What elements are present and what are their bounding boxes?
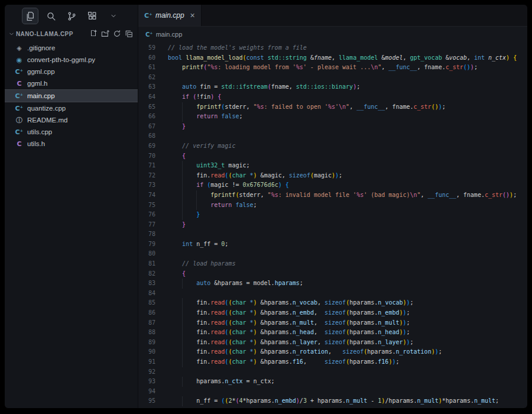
code-token: { <box>182 153 186 159</box>
file-item[interactable]: ◉convert-pth-to-ggml.py <box>5 54 138 66</box>
code-token: // load hparams <box>182 260 235 267</box>
indent-guide <box>182 180 183 190</box>
code-line[interactable]: 62 <box>138 73 527 83</box>
code-token: , <box>314 329 325 335</box>
activity-search-button[interactable] <box>44 8 59 24</box>
code-token: , <box>349 104 356 110</box>
code-token: int <box>474 54 485 61</box>
code-token: { <box>286 182 289 188</box>
code-line[interactable]: 86 fin.read((char *) &hparams.n_embd, si… <box>138 308 527 318</box>
activity-extensions-button[interactable] <box>85 8 100 24</box>
collapse-all-icon[interactable] <box>125 30 133 38</box>
code-line[interactable]: 77 } <box>138 220 527 230</box>
code-line[interactable]: 63 auto fin = std::ifstream(fname, std::… <box>138 82 527 92</box>
code-line[interactable]: 69 // verify magic <box>138 141 527 151</box>
code-token: ; <box>407 309 410 316</box>
code-token: ; <box>339 172 342 179</box>
code-token: } <box>196 211 200 218</box>
code-line[interactable]: 67 } <box>138 122 527 132</box>
code-line[interactable]: 71 uint32_t magic; <box>138 161 527 171</box>
code-line[interactable]: 76 } <box>138 210 527 220</box>
indent-guide <box>196 190 197 200</box>
code-token <box>168 260 182 267</box>
code-token: () <box>463 64 471 70</box>
code-line[interactable]: 61 printf("%s: loading model from '%s' -… <box>138 63 527 73</box>
indent-guide <box>182 308 183 318</box>
breadcrumb[interactable]: C⁺ main.cpp <box>138 27 527 42</box>
file-item[interactable]: C⁺main.cpp <box>5 89 138 102</box>
code-text: } <box>168 220 186 230</box>
code-line[interactable]: 78 <box>138 229 527 240</box>
indent-guide <box>182 338 183 348</box>
code-line[interactable]: 96 <box>138 406 527 408</box>
code-line[interactable]: 81 // load hparams <box>138 259 527 269</box>
code-line[interactable]: 72 fin.read((char *) &magic, sizeof(magi… <box>138 171 527 181</box>
code-line[interactable]: 91 fin.read((char *) &hparams.f16, sizeo… <box>138 357 527 367</box>
activity-source-control-button[interactable] <box>64 8 80 24</box>
new-folder-icon[interactable] <box>101 30 109 38</box>
file-label: main.cpp <box>27 92 55 99</box>
code-line[interactable]: 92 <box>138 367 527 377</box>
code-token: n_vocab <box>293 299 317 306</box>
code-line[interactable]: 73 if (magic != 0x67676d6c) { <box>138 180 527 190</box>
refresh-icon[interactable] <box>113 30 121 38</box>
line-number: 81 <box>138 259 155 269</box>
code-line[interactable]: 80 <box>138 249 527 259</box>
line-number: 78 <box>138 229 155 240</box>
file-item[interactable]: C⁺quantize.cpp <box>5 102 138 114</box>
activity-explorer-button[interactable] <box>22 8 38 24</box>
code-editor[interactable]: 59// load the model's weights from a fil… <box>138 42 527 408</box>
new-file-icon[interactable] <box>89 30 98 38</box>
indent-guide <box>182 161 183 171</box>
code-line[interactable]: 87 fin.read((char *) &hparams.n_mult, si… <box>138 318 527 328</box>
code-token: char <box>232 299 246 306</box>
code-token: n_vocab <box>378 299 403 306</box>
code-line[interactable]: 90 fin.read((char *) &hparams.n_rotation… <box>138 347 527 357</box>
code-line[interactable]: 84 <box>138 289 527 299</box>
code-line[interactable]: 82 { <box>138 269 527 279</box>
code-line[interactable]: 75 return false; <box>138 200 527 211</box>
code-line[interactable]: 68 <box>138 131 527 141</box>
code-token: read <box>210 329 225 335</box>
line-number: 59 <box>138 43 155 53</box>
code-line[interactable]: 74 fprintf(stderr, "%s: invalid model fi… <box>138 190 527 200</box>
code-line[interactable]: 66 return false; <box>138 112 527 122</box>
code-token: ' - please wait ... <box>303 64 371 70</box>
code-text: fin.read((char *) &hparams.n_rotation, s… <box>168 347 442 357</box>
code-token: sizeof <box>289 172 310 179</box>
code-line[interactable]: 93 hparams.n_ctx = n_ctx; <box>138 377 527 387</box>
close-icon[interactable]: × <box>190 11 195 20</box>
cpp-icon: C⁺ <box>15 105 24 112</box>
code-token: read <box>210 299 225 306</box>
code-token: std::ifstream <box>221 83 267 90</box>
tab-bar: C⁺ main.cpp × <box>138 5 527 27</box>
tab-main-cpp[interactable]: C⁺ main.cpp × <box>138 5 202 26</box>
code-token: ; <box>513 192 517 198</box>
code-token: %s <box>271 192 278 198</box>
file-item[interactable]: Cggml.h <box>5 77 138 89</box>
code-line[interactable]: 65 fprintf(stderr, "%s: failed to open '… <box>138 102 527 112</box>
line-number: 77 <box>138 220 155 230</box>
file-item[interactable]: Cutils.h <box>5 138 138 150</box>
code-text: fin.read((char *) &hparams.n_embd, sizeo… <box>168 308 410 318</box>
activity-more-button[interactable] <box>106 8 121 24</box>
code-line[interactable]: 89 fin.read((char *) &hparams.n_layer, s… <box>138 338 527 348</box>
code-line[interactable]: 59// load the model's weights from a fil… <box>138 43 527 53</box>
code-line[interactable]: 60bool llama_model_load(const std::strin… <box>138 53 527 63</box>
code-line[interactable]: 85 fin.read((char *) &hparams.n_vocab, s… <box>138 298 527 308</box>
indent-guide <box>182 279 183 289</box>
code-line[interactable]: 64 if (!fin) { <box>138 92 527 102</box>
code-line[interactable]: 95 n_ff = ((2*(4*hparams.n_embd)/3 + hpa… <box>138 396 527 406</box>
file-item[interactable]: ◈.gitignore <box>5 42 138 54</box>
file-item[interactable]: C⁺ggml.cpp <box>5 66 138 77</box>
file-item[interactable]: ⓘREADME.md <box>5 114 138 126</box>
code-token: stderr, <box>225 104 253 110</box>
cpp-icon: C⁺ <box>15 128 24 136</box>
code-line[interactable]: 88 fin.read((char *) &hparams.n_head, si… <box>138 328 527 338</box>
code-line[interactable]: 79 int n_ff = 0; <box>138 240 527 250</box>
code-line[interactable]: 94 <box>138 387 527 397</box>
code-line[interactable]: 83 auto &hparams = model.hparams; <box>138 279 527 289</box>
code-line[interactable]: 70 { <box>138 151 527 161</box>
file-item[interactable]: C⁺utils.cpp <box>5 126 138 138</box>
explorer-header[interactable]: NANO-LLAMA.CPP <box>5 27 138 40</box>
